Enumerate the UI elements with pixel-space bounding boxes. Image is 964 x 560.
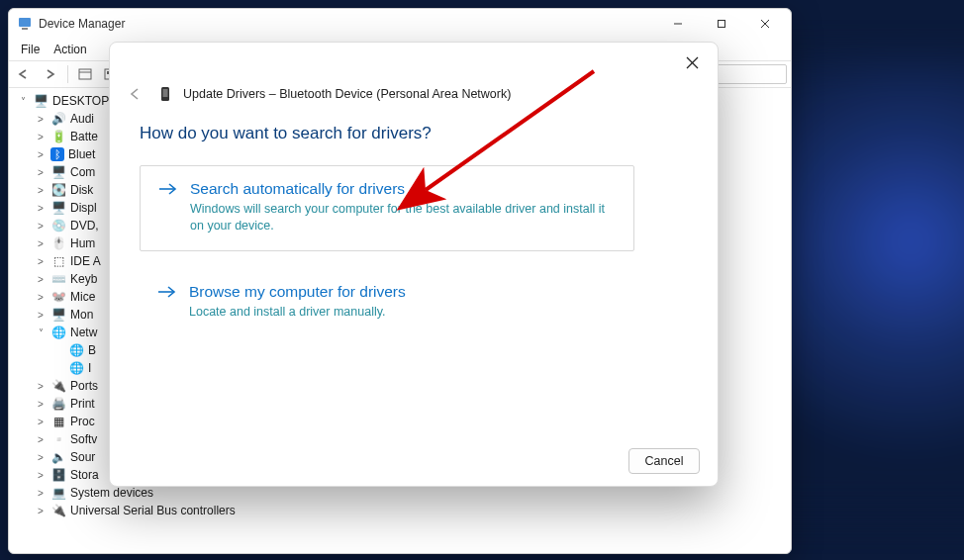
option-title: Browse my computer for drivers [189, 283, 406, 301]
titlebar[interactable]: Device Manager [9, 9, 791, 39]
svg-rect-0 [19, 18, 31, 27]
close-icon[interactable] [674, 47, 710, 77]
chevron-right-icon[interactable]: > [35, 149, 47, 160]
chevron-right-icon[interactable]: > [35, 452, 47, 463]
category-icon: 🖨️ [50, 396, 66, 412]
tree-label: I [88, 361, 91, 375]
option-description: Locate and install a driver manually. [189, 304, 406, 321]
option-browse-my-computer[interactable]: Browse my computer for drivers Locate an… [140, 269, 634, 321]
category-icon: 💿 [50, 218, 66, 233]
chevron-right-icon[interactable]: > [35, 506, 47, 516]
dialog-question: How do you want to search for drivers? [140, 124, 688, 143]
tree-label: Keyb [70, 272, 97, 286]
category-icon: 🖥️ [50, 200, 66, 216]
chevron-right-icon[interactable]: > [35, 470, 47, 481]
category-icon: 🖥️ [50, 164, 66, 180]
chevron-right-icon[interactable]: > [35, 434, 47, 445]
chevron-right-icon[interactable]: > [35, 381, 47, 392]
chevron-right-icon[interactable]: > [35, 488, 47, 499]
tree-label: Sour [70, 450, 95, 464]
tree-label: Print [70, 397, 95, 411]
tree-label: B [88, 343, 96, 357]
category-icon: 🔌 [50, 378, 66, 394]
tree-label: Mice [70, 290, 95, 304]
window-title: Device Manager [39, 17, 125, 31]
tree-label: Displ [70, 201, 97, 215]
category-icon: 🔋 [50, 129, 66, 144]
chevron-right-icon[interactable]: > [35, 292, 47, 303]
svg-rect-6 [79, 69, 91, 79]
category-icon: 🐭 [50, 289, 66, 305]
tree-label: Ports [70, 379, 98, 393]
maximize-button[interactable] [700, 10, 743, 38]
category-icon: ▫️ [50, 431, 66, 447]
tree-label: Proc [70, 415, 95, 428]
tree-label: Mon [70, 308, 93, 322]
toolbar-separator [67, 65, 68, 83]
tree-label: System devices [70, 486, 153, 500]
option-description: Windows will search your computer for th… [190, 201, 606, 234]
menu-action[interactable]: Action [48, 41, 92, 58]
tree-label: Disk [70, 183, 93, 197]
chevron-right-icon[interactable]: > [35, 274, 47, 285]
category-icon: 🔌 [50, 503, 66, 518]
tree-label: Audi [70, 112, 94, 126]
nav-back-button[interactable] [13, 63, 37, 85]
chevron-right-icon[interactable]: > [35, 185, 47, 196]
arrow-right-icon [158, 180, 176, 197]
chevron-right-icon[interactable]: > [35, 417, 47, 427]
chevron-down-icon[interactable]: ˅ [17, 96, 29, 107]
cancel-button[interactable]: Cancel [628, 448, 700, 474]
category-icon: ⬚ [50, 253, 66, 269]
option-search-automatically[interactable]: Search automatically for drivers Windows… [140, 165, 634, 251]
tree-label: DESKTOP [52, 94, 109, 108]
tree-label: Com [70, 165, 95, 179]
chevron-right-icon[interactable]: > [35, 167, 47, 178]
category-icon: 💽 [50, 182, 66, 198]
tree-label: Bluet [68, 147, 95, 161]
tree-label: Stora [70, 468, 99, 482]
svg-rect-13 [163, 89, 168, 97]
chevron-right-icon[interactable]: > [35, 256, 47, 267]
category-icon: ▦ [50, 414, 66, 429]
category-icon: 🔊 [50, 111, 66, 127]
update-drivers-dialog: Update Drivers – Bluetooth Device (Perso… [109, 42, 719, 487]
nav-forward-button[interactable] [39, 63, 62, 85]
tree-label: Batte [70, 130, 98, 143]
back-icon[interactable] [124, 82, 147, 106]
menu-file[interactable]: File [15, 41, 46, 58]
category-icon: 🌐 [68, 360, 84, 376]
chevron-right-icon[interactable]: > [35, 114, 47, 125]
properties-button[interactable] [73, 63, 97, 85]
category-icon: 🌐 [50, 325, 66, 340]
tree-label: IDE A [70, 254, 101, 268]
chevron-right-icon[interactable]: > [35, 203, 47, 214]
chevron-down-icon[interactable]: ˅ [35, 327, 47, 338]
category-icon: 🌐 [68, 342, 84, 358]
svg-rect-1 [22, 28, 28, 30]
chevron-right-icon[interactable]: > [35, 238, 47, 249]
tree-label: Universal Serial Bus controllers [70, 504, 236, 517]
app-icon [17, 16, 33, 32]
tree-label: Netw [70, 326, 97, 339]
close-button[interactable] [743, 10, 787, 38]
chevron-right-icon[interactable]: > [35, 132, 47, 142]
tree-label: DVD, [70, 219, 99, 233]
device-icon [157, 86, 173, 102]
category-icon: 💻 [50, 485, 66, 501]
tree-node[interactable]: >🔌Universal Serial Bus controllers [15, 502, 789, 519]
chevron-right-icon[interactable]: > [35, 399, 47, 410]
category-icon: 🗄️ [50, 467, 66, 483]
category-icon: ⌨️ [50, 271, 66, 287]
category-icon: ᛒ [50, 147, 64, 161]
category-icon: 🔈 [50, 449, 66, 465]
tree-label: Softv [70, 432, 97, 446]
arrow-right-icon [157, 283, 175, 300]
category-icon: 🖥️ [33, 93, 48, 109]
chevron-right-icon[interactable]: > [35, 221, 47, 232]
category-icon: 🖥️ [50, 307, 66, 323]
minimize-button[interactable] [656, 10, 700, 38]
chevron-right-icon[interactable]: > [35, 310, 47, 321]
svg-rect-3 [719, 21, 725, 28]
dialog-title: Update Drivers – Bluetooth Device (Perso… [183, 87, 511, 101]
